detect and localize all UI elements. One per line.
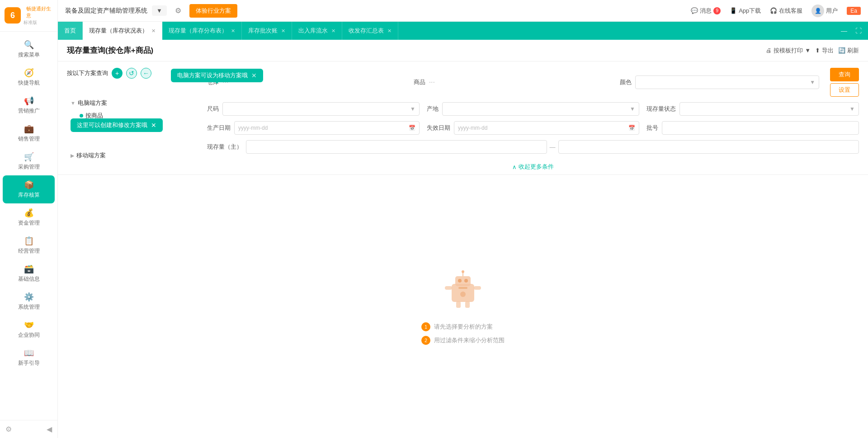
produce-date-placeholder: yyyy-mm-dd <box>238 125 268 131</box>
close-tab-inventory-batch[interactable]: ✕ <box>281 28 285 34</box>
ea-badge: Ea <box>847 7 861 15</box>
goods-dots[interactable]: ··· <box>429 78 435 86</box>
add-plan-btn[interactable]: + <box>112 68 123 79</box>
logo-icon: 6 <box>5 7 21 24</box>
sidebar-item-search[interactable]: 🔍 搜索菜单 <box>0 35 57 63</box>
export-icon: ⬆ <box>815 47 820 54</box>
back-plan-btn[interactable]: ← <box>141 68 151 79</box>
refresh-plan-btn[interactable]: ↺ <box>126 68 137 79</box>
sidebar-item-marketing[interactable]: 📢 营销推广 <box>0 91 57 119</box>
close-tab-receive-summary[interactable]: ✕ <box>387 28 392 34</box>
tab-home[interactable]: 首页 <box>58 22 83 40</box>
refresh-btn[interactable]: 🔄 刷新 <box>838 47 859 55</box>
empty-state: 1 请先选择要分析的方案 2 用过滤条件来缩小分析范围 <box>58 175 868 438</box>
megaphone-icon: 📢 <box>24 96 34 106</box>
message-btn[interactable]: 💬 消息 9 <box>691 7 721 15</box>
status-select[interactable]: ▼ <box>679 102 859 116</box>
stock-qty-label: 现存量（主） <box>207 143 242 151</box>
svg-point-2 <box>458 279 462 283</box>
sidebar-item-assets[interactable]: 💰 资金管理 <box>0 203 57 231</box>
headset-icon: 🎧 <box>770 7 777 14</box>
svg-rect-8 <box>445 286 452 290</box>
color-select[interactable]: ▼ <box>635 75 819 89</box>
settings-icon[interactable]: ⚙ <box>5 425 12 433</box>
tab-inout-flow[interactable]: 出入库流水 ✕ <box>292 22 342 40</box>
topbar-settings-btn[interactable]: ⚙ <box>171 4 185 18</box>
dropdown-arrow: ▼ <box>156 7 162 14</box>
sidebar-item-sales[interactable]: 💼 销售管理 <box>0 119 57 147</box>
close-tab-inout-flow[interactable]: ✕ <box>331 28 335 34</box>
app-download-label: App下载 <box>739 7 761 15</box>
export-btn[interactable]: ⬆ 导出 <box>815 47 834 55</box>
reset-btn[interactable]: 设置 <box>830 83 859 97</box>
expand-icon-mobile: ▶ <box>71 153 74 159</box>
batch-input[interactable] <box>662 121 859 135</box>
size-label: 尺码 <box>207 105 219 113</box>
plan-mobile[interactable]: ▶ 移动端方案 <box>67 149 207 162</box>
print-dropdown-icon: ▼ <box>805 47 811 54</box>
sidebar-item-label: 资金管理 <box>18 219 40 227</box>
sidebar-item-system[interactable]: ⚙️ 系统管理 <box>0 287 57 316</box>
page-title: 现存量查询(按仓库+商品) <box>67 45 153 56</box>
add-tooltip-container: 电脑方案可设为移动方案哦 ✕ <box>171 69 263 82</box>
main-area: 装备及固定资产辅助管理系统 ▼ ⚙ 体验行业方案 💬 消息 9 📱 App下载 … <box>58 0 868 438</box>
filter-row-4: 现存量（主） — <box>207 140 859 154</box>
query-btn[interactable]: 查询 <box>830 68 859 81</box>
size-arrow: ▼ <box>410 106 415 112</box>
produce-date-label: 生产日期 <box>207 124 231 132</box>
app-download-btn[interactable]: 📱 App下载 <box>730 7 761 15</box>
expire-date-input[interactable]: yyyy-mm-dd 📅 <box>454 121 639 135</box>
goods-label: 商品 <box>414 78 425 86</box>
svg-rect-7 <box>465 301 470 308</box>
close-tab-inventory-status[interactable]: ✕ <box>151 28 156 34</box>
sidebar-item-inventory[interactable]: 📦 库存核算 <box>3 175 55 203</box>
add-tooltip-close[interactable]: ✕ <box>251 72 257 79</box>
filter-label: 按以下方案查询 <box>67 69 108 77</box>
size-select[interactable]: ▼ <box>222 102 420 116</box>
close-tab-inventory-dist[interactable]: ✕ <box>231 28 235 34</box>
sidebar-item-operations[interactable]: 📋 经营管理 <box>0 231 57 259</box>
plan-mobile-wrapper: ▶ 移动端方案 <box>67 149 207 162</box>
svg-point-3 <box>464 279 468 283</box>
sidebar-item-cooperation[interactable]: 🤝 企业协同 <box>0 316 57 344</box>
filter-form: 仓库 ··· 商品 ··· 颜色 ▼ <box>207 68 859 174</box>
collapse-row[interactable]: ∧ 收起更多条件 <box>207 159 859 174</box>
plan-mobile-label: 移动端方案 <box>76 151 106 160</box>
sidebar-item-basic[interactable]: 🗃️ 基础信息 <box>0 259 57 287</box>
sidebar-item-quicknav[interactable]: 🧭 快捷导航 <box>0 63 57 91</box>
expand-icon: ▼ <box>71 100 75 106</box>
tabbar-actions: — ⛶ <box>835 22 868 40</box>
minimize-btn[interactable]: — <box>838 25 850 37</box>
sidebar-item-purchase[interactable]: 🛒 采购管理 <box>0 147 57 175</box>
stock-qty-to[interactable] <box>558 140 859 154</box>
inout-flow-label: 出入库流水 <box>298 27 328 35</box>
money-icon: 💰 <box>24 208 34 218</box>
add-tooltip: 电脑方案可设为移动方案哦 ✕ <box>171 69 263 82</box>
produce-date-input[interactable]: yyyy-mm-dd 📅 <box>234 121 420 135</box>
maximize-btn[interactable]: ⛶ <box>853 25 864 37</box>
tab-receive-summary[interactable]: 收发存汇总表 ✕ <box>342 22 398 40</box>
stock-qty-from[interactable] <box>246 140 547 154</box>
plan-desktop[interactable]: ▼ 电脑端方案 <box>67 97 207 109</box>
tab-inventory-dist[interactable]: 现存量（库存分布表） ✕ <box>162 22 242 40</box>
stock-qty-range: — <box>246 140 859 154</box>
tab-inventory-status[interactable]: 现存量（库存状况表） ✕ <box>83 22 162 40</box>
sidebar-item-guide[interactable]: 📖 新手引导 <box>0 344 57 372</box>
collapse-sidebar-btn[interactable]: ◀ <box>47 425 52 433</box>
origin-select[interactable]: ▼ <box>442 102 639 116</box>
user-menu[interactable]: 👤 用户 <box>811 5 838 17</box>
empty-step-1: 1 请先选择要分析的方案 <box>421 322 505 331</box>
tab-inventory-batch[interactable]: 库存批次账 ✕ <box>242 22 292 40</box>
system-dropdown[interactable]: ▼ <box>152 5 167 16</box>
print-btn[interactable]: 🖨 按模板打印 ▼ <box>766 47 811 55</box>
avatar: 👤 <box>811 5 824 17</box>
sidebar-item-label: 新手引导 <box>18 359 40 367</box>
briefcase-icon: 💼 <box>24 124 34 134</box>
create-tooltip-close[interactable]: ✕ <box>151 122 156 129</box>
message-icon: 💬 <box>691 7 698 14</box>
trial-btn[interactable]: 体验行业方案 <box>189 4 237 18</box>
online-service-btn[interactable]: 🎧 在线客服 <box>770 7 802 15</box>
export-label: 导出 <box>822 47 834 55</box>
create-tooltip-text: 这里可以创建和修改方案哦 <box>77 121 147 129</box>
header-actions: 🖨 按模板打印 ▼ ⬆ 导出 🔄 刷新 <box>766 47 859 55</box>
